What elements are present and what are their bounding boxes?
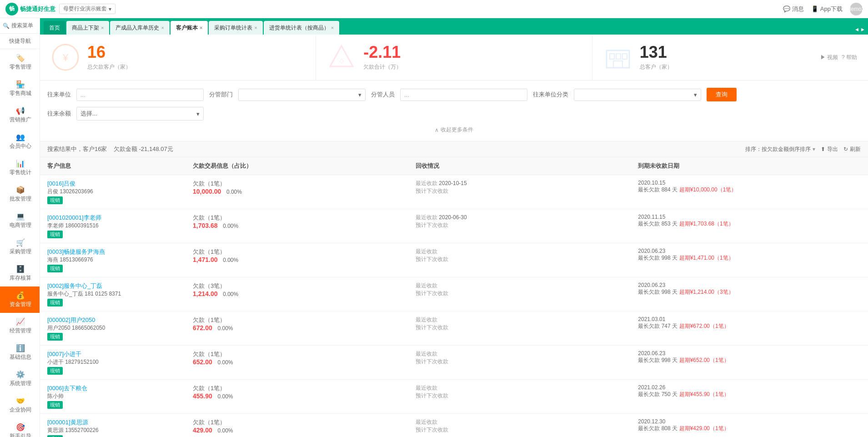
export-button[interactable]: ⬆ 导出 — [821, 146, 838, 153]
debt-cell-2: 欠款（1笔） 1,471.00 0.00% — [193, 248, 416, 263]
sidebar-item-ecommerce[interactable]: 💻 电商管理 — [0, 207, 40, 234]
due-date-5: 2020.06.23 — [638, 350, 861, 357]
customer-badge-5: 现销 — [47, 367, 63, 375]
tab-next-icon[interactable]: ▸ — [861, 25, 864, 33]
overdue-link-6[interactable]: 超期¥455.90（1笔） — [679, 391, 729, 397]
col-debt-info: 欠款交易信息（占比） — [193, 162, 416, 170]
tab-home[interactable]: 首页 — [44, 21, 65, 35]
tab-goods-close[interactable]: × — [101, 25, 104, 30]
balance-select[interactable]: 选择... ▾ — [76, 107, 204, 121]
basic-icon: ℹ️ — [3, 344, 38, 352]
sidebar-item-inventory[interactable]: 🗄️ 库存核算 — [0, 260, 40, 286]
corp-label: 企业协同 — [3, 406, 38, 414]
tab-production[interactable]: 产成品入库单历史 × — [110, 21, 169, 35]
message-button[interactable]: 💬 消息 — [783, 5, 804, 13]
refresh-button[interactable]: ↻ 刷新 — [843, 146, 861, 153]
collection-cell-4: 最近收款 预计下次收款 — [416, 316, 638, 332]
sidebar-item-batch-mgmt[interactable]: 📦 批发管理 — [0, 181, 40, 207]
tab-production-label: 产成品入库单历史 — [115, 24, 159, 32]
collapse-button[interactable]: ∧ 收起更多条件 — [47, 126, 861, 134]
customer-name-2[interactable]: [0003]畅捷服务尹海燕 — [47, 248, 105, 255]
overdue-link-2[interactable]: 超期¥1,471.00（1笔） — [679, 255, 734, 261]
sidebar-item-ops[interactable]: 📈 经营管理 — [0, 313, 40, 339]
app-download-button[interactable]: 📱 App下载 — [811, 5, 843, 13]
debt-amount-5: 652.00 — [193, 358, 212, 366]
sidebar-quick-nav[interactable]: 快捷导航 — [0, 34, 40, 49]
customer-name-0[interactable]: [0016]吕俊 — [47, 180, 75, 187]
debt-percent-2: 0.00% — [223, 257, 238, 263]
tab-goods[interactable]: 商品上下架 × — [66, 21, 109, 35]
dept-select[interactable]: ▾ — [238, 89, 366, 101]
owe-customers-number: 16 — [87, 44, 305, 60]
sidebar-item-marketing[interactable]: 📢 营销推广 — [0, 102, 40, 128]
member-icon: 👥 — [3, 133, 38, 141]
table-row: [0003]畅捷服务尹海燕 海燕 18513066976 现销 欠款（1笔） 1… — [40, 243, 868, 277]
tab-prev-icon[interactable]: ◂ — [855, 25, 858, 33]
customer-name-3[interactable]: [0002]服务中心_丁磊 — [47, 282, 102, 289]
sidebar-item-finance[interactable]: 💰 资金管理 — [0, 286, 40, 313]
max-days-6: 最长欠款 750 天 — [638, 391, 677, 397]
due-date-3: 2020.06.23 — [638, 282, 861, 288]
sidebar-item-basic[interactable]: ℹ️ 基础信息 — [0, 339, 40, 366]
overdue-link-0[interactable]: 超期¥10,000.00（1笔） — [679, 186, 737, 193]
result-bar: 搜索结果中，客户16家 欠款金额 -21,148.07元 排序：按欠款金额倒序排… — [40, 141, 868, 157]
search-button[interactable]: 查询 — [707, 88, 737, 101]
customer-name-1[interactable]: [0001020001]李老师 — [47, 214, 101, 221]
sidebar-item-system[interactable]: ⚙️ 系统管理 — [0, 366, 40, 392]
sidebar-item-retail-mall[interactable]: 🏪 零售商城 — [0, 75, 40, 102]
message-icon: 💬 — [783, 5, 790, 12]
overdue-link-3[interactable]: 超期¥1,214.00（3笔） — [679, 289, 734, 295]
tab-customer-close[interactable]: × — [200, 25, 202, 30]
sort-button[interactable]: 排序：按欠款金额倒序排序 ▾ — [745, 146, 815, 153]
unit-class-select[interactable]: ▾ — [574, 89, 701, 101]
person-input[interactable]: ... — [400, 89, 527, 101]
debt-count-6: 欠款（1笔） — [193, 384, 416, 392]
customer-cell-1: [0001020001]李老师 李老师 18600391516 现销 — [47, 214, 193, 238]
stat-card-total-customers: 131 总客户（家） ▶ 视频 ? 帮助 — [592, 35, 868, 80]
sidebar-item-member[interactable]: 👥 会员中心 — [0, 128, 40, 155]
next-label-6: 预计下次收款 — [416, 392, 638, 400]
customer-name-4[interactable]: [000002]用户2050 — [47, 316, 95, 323]
debt-percent-7: 0.00% — [217, 427, 233, 434]
debt-count-3: 欠款（3笔） — [193, 282, 416, 290]
tab-incoming-close[interactable]: × — [331, 25, 334, 30]
tab-purchase[interactable]: 采购订单统计表 × — [209, 21, 262, 35]
sidebar-item-guide[interactable]: 🎯 新手引导 — [0, 418, 40, 437]
sidebar-item-purchase[interactable]: 🛒 采购管理 — [0, 234, 40, 260]
user-avatar[interactable]: demo2 — [850, 3, 863, 15]
sidebar-search[interactable]: 🔍 搜索菜单 — [0, 18, 40, 34]
owe-amount-icon: ◇ — [327, 43, 356, 72]
customer-name-7[interactable]: [000001]黄思源 — [47, 419, 88, 426]
person-label: 分管人员 — [371, 90, 395, 99]
sidebar-item-retail-stats[interactable]: 📊 零售统计 — [0, 155, 40, 181]
tab-customer[interactable]: 客户账本 × — [171, 21, 208, 35]
sidebar-item-corp[interactable]: 🤝 企业协同 — [0, 392, 40, 418]
debt-cell-6: 欠款（1笔） 455.90 0.00% — [193, 384, 416, 400]
video-btn[interactable]: ▶ 视频 — [820, 54, 838, 61]
table-row: [0006]去下粮仓 陈小帅 现销 欠款（1笔） 455.90 0.00% — [40, 380, 868, 414]
customer-name-5[interactable]: [0007]小进干 — [47, 351, 81, 357]
overdue-link-5[interactable]: 超期¥652.00（1笔） — [679, 357, 729, 363]
help-btn[interactable]: ? 帮助 — [842, 54, 857, 61]
tab-purchase-close[interactable]: × — [254, 25, 257, 30]
customer-name-6[interactable]: [0006]去下粮仓 — [47, 385, 87, 392]
recent-label-2: 最近收款 — [416, 248, 437, 255]
overdue-link-1[interactable]: 超期¥1,703.68（1笔） — [679, 221, 734, 227]
overdue-link-4[interactable]: 超期¥672.00（1笔） — [679, 323, 729, 329]
svg-rect-7 — [622, 54, 627, 59]
collapse-label: 收起更多条件 — [441, 126, 473, 134]
customer-badge-6: 现销 — [47, 401, 63, 409]
total-customers-number: 131 — [640, 44, 813, 60]
overdue-link-7[interactable]: 超期¥429.00（1笔） — [679, 425, 729, 432]
sidebar-item-retail-mgmt[interactable]: 🏷️ 零售管理 — [0, 49, 40, 75]
svg-text:◇: ◇ — [339, 57, 344, 64]
industry-selector[interactable]: 母婴行业演示账套 ▾ — [59, 4, 115, 14]
debt-count-4: 欠款（1笔） — [193, 316, 416, 324]
customer-phone-6: 陈小帅 — [47, 392, 193, 400]
owe-amount-number: -2.11 — [363, 44, 581, 60]
collection-cell-0: 最近收款 2020-10-15 预计下次收款 — [416, 180, 638, 195]
tab-incoming[interactable]: 进货单统计表（按商品） × — [264, 21, 339, 35]
from-unit-input[interactable]: ... — [76, 89, 204, 101]
tab-production-close[interactable]: × — [161, 25, 164, 30]
retail-stats-label: 零售统计 — [3, 169, 38, 176]
